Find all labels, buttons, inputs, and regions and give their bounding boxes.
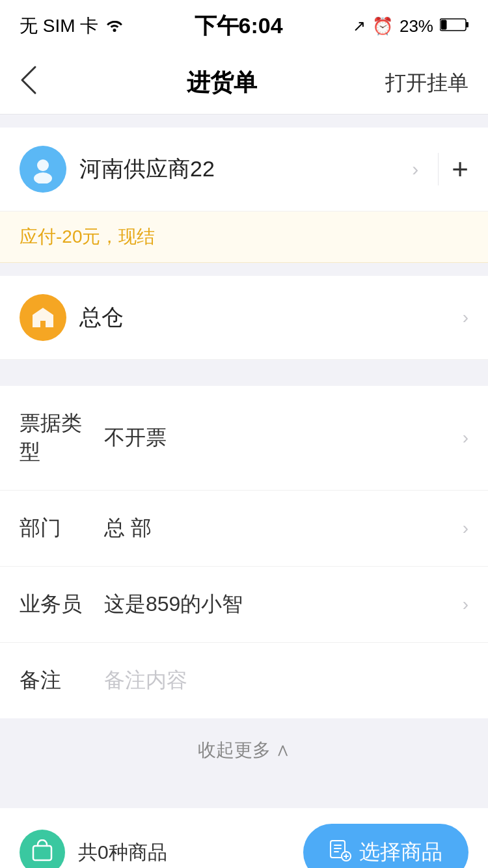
warehouse-row[interactable]: 总仓 › [0, 276, 488, 360]
warehouse-name: 总仓 [79, 303, 463, 332]
invoice-row[interactable]: 票据类型 不开票 › [0, 386, 488, 491]
svg-rect-1 [466, 22, 468, 27]
collapse-row[interactable]: 收起更多 ∧ [0, 718, 488, 782]
salesperson-chevron-icon: › [463, 594, 468, 615]
section-gap-1 [0, 115, 488, 128]
department-row[interactable]: 部门 总 部 › [0, 491, 488, 567]
alarm-icon: ⏰ [372, 16, 393, 36]
svg-point-3 [37, 159, 49, 171]
salesperson-row[interactable]: 业务员 这是859的小智 › [0, 567, 488, 643]
supplier-chevron-icon: › [412, 158, 418, 180]
invoice-chevron-icon: › [463, 427, 468, 448]
department-value: 总 部 [104, 514, 463, 543]
notice-text: 应付-20元，现结 [20, 226, 155, 247]
warehouse-icon [20, 294, 66, 341]
bottom-bar: 共0种商品 选择商品 [0, 808, 488, 868]
salesperson-label: 业务员 [20, 590, 98, 619]
nav-bar: 进货单 打开挂单 [0, 52, 488, 115]
warehouse-chevron-icon: › [463, 307, 468, 328]
salesperson-value: 这是859的小智 [104, 590, 463, 619]
open-pending-button[interactable]: 打开挂单 [385, 69, 468, 98]
cart-icon-circle [20, 830, 65, 868]
svg-rect-2 [441, 20, 446, 29]
add-supplier-button[interactable]: + [452, 155, 468, 183]
svg-rect-5 [33, 846, 51, 860]
status-bar: 无 SIM 卡 下午6:04 ↗ ⏰ 23% [0, 0, 488, 52]
page-title: 进货单 [187, 67, 257, 99]
remark-row[interactable]: 备注 备注内容 [0, 643, 488, 718]
section-gap-2 [0, 263, 488, 276]
supplier-row[interactable]: 河南供应商22 › + [0, 128, 488, 211]
back-button[interactable] [20, 64, 59, 102]
notice-bar: 应付-20元，现结 [0, 211, 488, 263]
section-gap-4 [0, 782, 488, 795]
status-carrier: 无 SIM 卡 [20, 14, 124, 38]
gps-icon: ↗ [353, 17, 366, 35]
status-time: 下午6:04 [195, 11, 283, 41]
remark-label: 备注 [20, 666, 98, 695]
battery-text: 23% [400, 16, 433, 36]
select-product-button[interactable]: 选择商品 [303, 824, 468, 868]
svg-point-4 [34, 172, 52, 183]
battery-icon [440, 16, 468, 36]
department-chevron-icon: › [463, 518, 468, 539]
department-label: 部门 [20, 514, 98, 543]
remark-input[interactable]: 备注内容 [104, 666, 468, 695]
invoice-label: 票据类型 [20, 409, 98, 467]
vertical-divider [438, 153, 439, 185]
status-right: ↗ ⏰ 23% [353, 16, 468, 36]
select-product-label: 选择商品 [359, 838, 442, 867]
supplier-avatar [20, 146, 66, 193]
supplier-name: 河南供应商22 [79, 154, 412, 184]
supplier-section: 河南供应商22 › + 应付-20元，现结 [0, 128, 488, 263]
section-gap-3 [0, 360, 488, 373]
select-product-icon [329, 839, 351, 866]
warehouse-section: 总仓 › [0, 276, 488, 360]
form-section: 票据类型 不开票 › 部门 总 部 › 业务员 这是859的小智 › 备注 备注… [0, 386, 488, 718]
collapse-label: 收起更多 ∧ [198, 738, 291, 763]
wifi-icon [105, 16, 124, 36]
invoice-value: 不开票 [104, 424, 463, 452]
product-count: 共0种商品 [78, 839, 290, 866]
